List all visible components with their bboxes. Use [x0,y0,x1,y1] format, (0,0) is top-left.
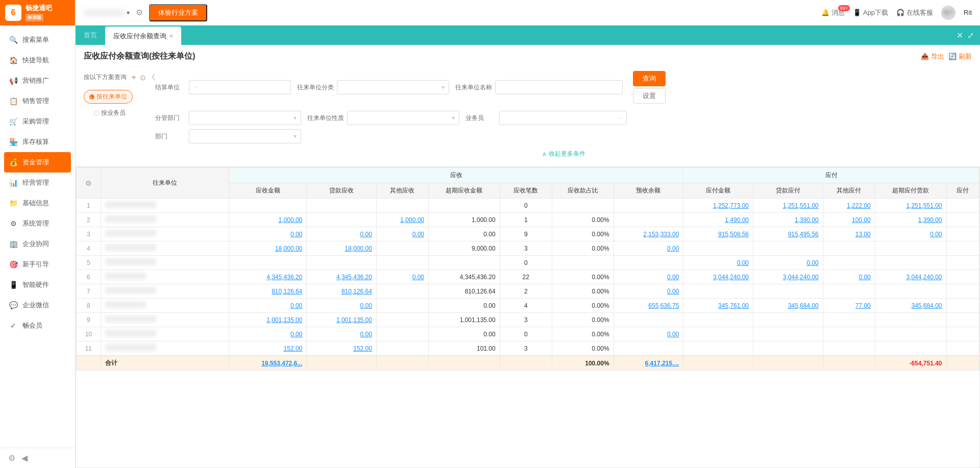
table-row: 7810,126.64810,126.64810,126.6420.00%0.0… [77,284,979,299]
avatar-text: 用户 [943,9,953,16]
inventory-icon: 🏪 [8,137,18,147]
sidebar-item-wechat[interactable]: 💬 企业微信 [0,295,75,315]
category-arrow: ▾ [442,84,445,91]
sidebar-item-system[interactable]: ⚙ 系统管理 [0,213,75,234]
sidebar-item-label: 营销推广 [22,76,49,85]
message-icon: 🔔 [821,9,829,16]
collapse-filter-icon[interactable]: 《 [148,73,155,82]
tab-close-window-icon[interactable]: ✕ [957,31,963,40]
filter-name-input[interactable] [495,80,623,94]
message-item[interactable]: 🔔 消息 99+ [821,8,845,17]
filter-row-1: 结算单位 ··· 往来单位分类 ▾ 往来单位名称 [155,68,972,107]
th-ap-other: 其他应付 [823,183,875,199]
guide-icon: 🎯 [8,259,18,269]
table-row: 100.000.000.0000.00%0.00 [77,327,979,341]
tab-fullscreen-icon[interactable]: ⤢ [967,31,974,40]
refresh-button[interactable]: 🔄 刷新 [948,52,972,61]
query-button[interactable]: 查询 [633,71,666,86]
sales-icon: 📋 [8,96,18,106]
unit-name-cell [101,227,229,241]
collapse-sidebar-icon[interactable]: ◀ [21,453,28,463]
app-download-item[interactable]: 📱 App下载 [853,8,888,17]
sidebar-item-quicknav[interactable]: 🏠 快捷导航 [0,50,75,70]
settings-bottom-icon[interactable]: ⚙ [8,453,15,463]
th-index: ⚙ [77,168,101,199]
filter-row-2: 分管部门 ▾ 往来单位性质 ▾ 业务员 [155,111,972,125]
footer-ar-overdue [429,356,500,371]
sidebar-item-label: 新手引导 [22,260,49,269]
unit-name-cell [101,256,229,270]
sidebar-item-finance[interactable]: 💰 资金管理 [4,152,71,173]
collapse-button[interactable]: ∧ 收起更多条件 [542,150,585,158]
logo-brand: 畅捷通吧 [26,4,52,13]
footer-ar-ratio: 100.00% [552,356,614,371]
sidebar-logo: 6 畅捷通吧 标准版 [0,0,75,26]
setting-button[interactable]: 设置 [633,88,666,104]
sidebar-item-inventory[interactable]: 🏪 库存核算 [0,132,75,152]
unit-name-cell [101,284,229,299]
filter-dept-select[interactable]: ▾ [189,111,301,125]
sidebar-item-marketing[interactable]: 📢 营销推广 [0,70,75,91]
filter-category-select[interactable]: ▾ [337,80,449,94]
export-button[interactable]: 📤 导出 [921,52,944,61]
sidebar-item-search[interactable]: 🔍 搜索菜单 [0,30,75,50]
filter-scheme-label: 按以下方案查询 [84,73,127,82]
table-row: 91,001,135.001,001,135.001,001,135.0030.… [77,313,979,327]
sidebar-item-enterprise[interactable]: 🏢 企业协同 [0,234,75,254]
th-ap-amount: 应付金额 [683,183,753,199]
collapse-row: ∧ 收起更多条件 [155,147,972,162]
sidebar-item-operation[interactable]: 📊 经营管理 [0,173,75,193]
search-icon: 🔍 [8,35,18,45]
sidebar-item-label: 快捷导航 [22,56,49,65]
header-actions: 📤 导出 🔄 刷新 [921,52,972,61]
th-ar-loan: 贷款应收 [307,183,377,199]
sidebar-item-sales[interactable]: 📋 销售管理 [0,91,75,111]
dots-icon: ··· [193,84,199,91]
footer-ar-advance[interactable]: 6,417,215.... [614,356,683,371]
logo-icon: 6 [5,5,21,21]
unit-name-cell [101,241,229,256]
sidebar-item-member[interactable]: ✓ 畅会员 [0,315,75,336]
promo-button[interactable]: 体验行业方案 [149,4,207,21]
query-buttons: 查询 设置 [629,68,666,107]
option-by-unit[interactable]: 按往来单位 [84,90,133,104]
sidebar-item-label: 搜索菜单 [22,35,49,44]
avatar[interactable]: 用户 [941,6,955,20]
sidebar-item-guide[interactable]: 🎯 新手引导 [0,254,75,275]
filter-nature-select[interactable]: ▾ [347,111,459,125]
filter-main-row: 按以下方案查询 ＋ ⊙ 《 按往来单位 按业务 [84,68,972,162]
option-by-unit-label: 按往来单位 [96,92,127,101]
tab-ar-ap[interactable]: 应收应付余额查询 × [105,27,181,46]
export-icon: 📤 [921,53,929,60]
main-content: 应收应付余额查询(按往来单位) 📤 导出 🔄 刷新 按以下方案查询 [76,45,980,468]
sidebar-item-label: 企业微信 [22,301,49,310]
data-table: ⚙ 往来单位 应收 应付 应收金额 贷款应收 其他应收 超期应收金额 应收笔数 … [76,167,979,371]
sidebar-item-basicinfo[interactable]: 📁 基础信息 [0,193,75,213]
online-service-item[interactable]: 🎧 在线客服 [896,8,933,17]
footer-ar-total[interactable]: 19,553,472,6... [229,356,306,371]
tab-close-icon[interactable]: × [169,33,173,40]
sidebar-item-purchase[interactable]: 🛒 采购管理 [0,111,75,132]
sidebar-bottom: ⚙ ◀ [0,448,75,468]
th-ar-ratio: 应收款占比 [552,183,614,199]
option-by-staff-label: 按业务员 [101,109,126,117]
filter-dept: 分管部门 ▾ [155,111,301,125]
table-settings-icon[interactable]: ⚙ [85,179,92,187]
sidebar-item-label: 智能硬件 [22,280,49,289]
gear-icon[interactable]: ⚙ [136,8,143,17]
radio-empty-staff [94,111,99,116]
filter-section-select[interactable]: ▾ [189,129,301,143]
tab-home[interactable]: 首页 [76,26,105,45]
filter-settlement-unit: 结算单位 ··· [155,80,291,94]
sidebar-item-hardware[interactable]: 📱 智能硬件 [0,275,75,295]
add-filter-icon[interactable]: ＋ [130,72,138,83]
th-ar-advance: 预收余额 [614,183,683,199]
filter-unit-category: 往来单位分类 ▾ [297,80,449,94]
filter-section: 部门 ▾ [155,129,301,143]
unit-name-cell [101,213,229,227]
filter-settlement-input[interactable]: ··· [189,80,291,94]
option-by-staff[interactable]: 按业务员 [84,107,155,119]
unit-name-cell [101,327,229,341]
settings-filter-icon[interactable]: ⊙ [140,73,146,82]
filter-salesperson-input[interactable]: ··· [499,111,627,125]
